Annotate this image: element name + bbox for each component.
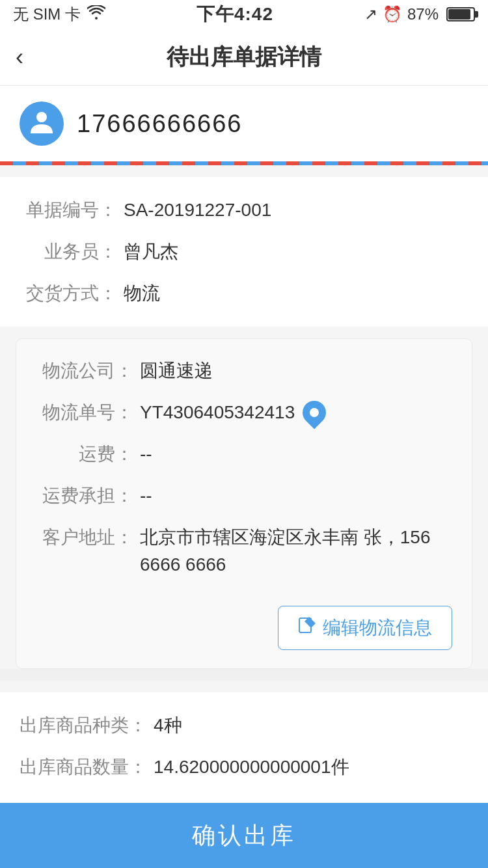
delivery-row: 交货方式： 物流 — [20, 280, 468, 307]
carrier-text: 无 SIM 卡 — [13, 4, 81, 25]
confirm-button-label: 确认出库 — [192, 820, 296, 852]
battery-icon — [446, 7, 475, 21]
status-bar: 无 SIM 卡 下午4:42 ↗ ⏰ 87% — [0, 0, 488, 29]
location-status-icon: ↗ — [364, 5, 377, 23]
map-pin-icon[interactable] — [298, 396, 331, 429]
tracking-value: YT4306405342413 — [140, 399, 295, 426]
order-no-label: 单据编号： — [20, 197, 124, 224]
order-no-row: 单据编号： SA-20191227-001 — [20, 197, 468, 224]
address-value: 北京市市辖区海淀区永丰南 张，156 6666 6666 — [140, 524, 452, 578]
freight-bear-label: 运费承担： — [36, 482, 140, 509]
tracking-value-container: YT4306405342413 — [140, 399, 452, 426]
logistics-company-label: 物流公司： — [36, 357, 140, 385]
order-no-value: SA-20191227-001 — [124, 197, 468, 224]
tracking-label: 物流单号： — [36, 399, 140, 426]
freight-row: 运费： -- — [36, 441, 452, 468]
tracking-row: 物流单号： YT4306405342413 — [36, 399, 452, 426]
goods-type-row: 出库商品种类： 4种 — [20, 712, 468, 739]
edit-btn-container: 编辑物流信息 — [36, 593, 452, 650]
user-icon — [29, 109, 54, 139]
customer-header: 17666666666 — [0, 86, 488, 161]
dashed-separator — [0, 161, 488, 165]
address-row: 客户地址： 北京市市辖区海淀区永丰南 张，156 6666 6666 — [36, 524, 452, 578]
alarm-icon: ⏰ — [383, 5, 402, 23]
svg-point-0 — [36, 112, 47, 122]
edit-logistics-label: 编辑物流信息 — [323, 616, 432, 640]
address-label: 客户地址： — [36, 524, 140, 551]
status-left: 无 SIM 卡 — [13, 4, 105, 25]
freight-bear-value: -- — [140, 482, 452, 509]
salesman-label: 业务员： — [20, 238, 124, 265]
section-divider — [0, 669, 488, 681]
wifi-icon — [87, 5, 105, 23]
delivery-label: 交货方式： — [20, 280, 124, 307]
freight-value: -- — [140, 441, 452, 468]
freight-label: 运费： — [36, 441, 140, 468]
logistics-section: 物流公司： 圆通速递 物流单号： YT4306405342413 运费： -- … — [16, 338, 472, 669]
salesman-value: 曾凡杰 — [124, 238, 468, 265]
delivery-value: 物流 — [124, 280, 468, 307]
status-time: 下午4:42 — [197, 2, 273, 27]
logistics-company-row: 物流公司： 圆通速递 — [36, 357, 452, 385]
edit-icon — [298, 617, 316, 640]
freight-bear-row: 运费承担： -- — [36, 482, 452, 509]
nav-bar: ‹ 待出库单据详情 — [0, 29, 488, 86]
confirm-btn-bar[interactable]: 确认出库 — [0, 803, 488, 868]
avatar — [20, 102, 64, 146]
basic-info-section: 单据编号： SA-20191227-001 业务员： 曾凡杰 交货方式： 物流 — [0, 177, 488, 327]
goods-quantity-row: 出库商品数量： 14.620000000000001件 — [20, 753, 468, 781]
goods-quantity-label: 出库商品数量： — [20, 753, 154, 781]
goods-quantity-value: 14.620000000000001件 — [154, 753, 468, 781]
battery-percent: 87% — [407, 5, 439, 23]
logistics-company-value: 圆通速递 — [140, 357, 452, 385]
edit-logistics-button[interactable]: 编辑物流信息 — [278, 606, 452, 650]
goods-type-value: 4种 — [154, 712, 468, 739]
page-title: 待出库单据详情 — [167, 42, 321, 72]
goods-type-label: 出库商品种类： — [20, 712, 154, 739]
status-right: ↗ ⏰ 87% — [364, 5, 475, 23]
customer-phone: 17666666666 — [77, 110, 242, 138]
salesman-row: 业务员： 曾凡杰 — [20, 238, 468, 265]
back-button[interactable]: ‹ — [16, 46, 23, 69]
